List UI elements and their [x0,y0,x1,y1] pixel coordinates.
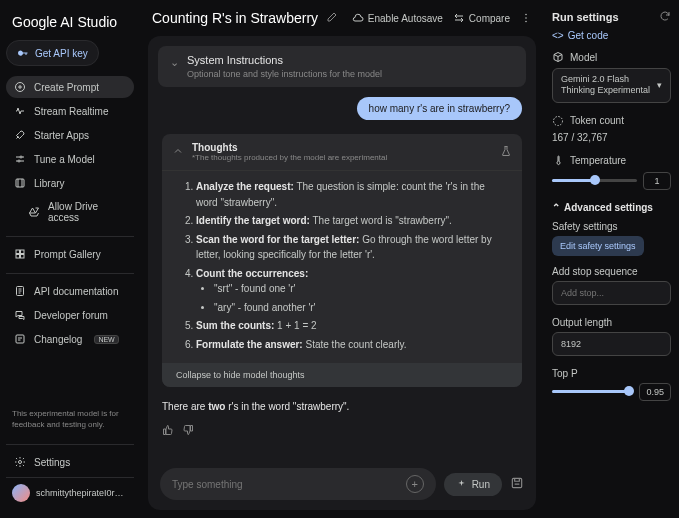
sidebar-item-starter-apps[interactable]: Starter Apps [6,124,134,146]
save-prompt-button[interactable] [510,476,524,492]
svg-point-15 [554,116,563,125]
model-select[interactable]: Gemini 2.0 Flash Thinking Experimental ▾ [552,68,671,103]
drive-icon [28,206,40,218]
sidebar-item-api-docs[interactable]: API documentation [6,280,134,302]
user-account-row[interactable]: schmittythepirateI0rdoft... [6,477,134,508]
svg-rect-5 [21,250,25,254]
get-api-key-button[interactable]: Get API key [6,40,99,66]
thought-item: Count the occurrences: "srt" - found one… [196,266,504,316]
thoughts-subtitle: *The thoughts produced by the model are … [192,153,492,162]
reset-settings-button[interactable] [659,10,671,24]
thought-item: Formulate the answer: State the count cl… [196,337,504,353]
doc-icon [14,285,26,297]
thoughts-box: Thoughts *The thoughts produced by the m… [162,134,522,387]
output-length-input[interactable] [552,332,671,356]
enable-autosave-button[interactable]: Enable Autosave [352,12,443,24]
page-title: Counting R's in Strawberry [152,10,318,26]
collapse-thoughts-link[interactable]: Collapse to hide model thoughts [162,363,522,387]
wave-icon [14,105,26,117]
run-settings-panel: Run settings <> Get code Model Gemini 2.… [544,0,679,518]
sidebar-item-prompt-gallery[interactable]: Prompt Gallery [6,243,134,265]
model-value: Gemini 2.0 Flash Thinking Experimental [561,74,657,97]
sidebar-item-stream-realtime[interactable]: Stream Realtime [6,100,134,122]
svg-rect-7 [21,255,25,259]
top-p-slider[interactable] [552,390,633,393]
gallery-icon [14,248,26,260]
forum-icon [14,309,26,321]
model-label: Model [570,52,597,63]
library-icon [14,177,26,189]
settings-title: Run settings [552,11,619,23]
model-response: There are two r's in the word "strawberr… [162,397,522,420]
nav-label: Changelog [34,334,82,345]
svg-rect-9 [16,335,24,343]
nav-label: Stream Realtime [34,106,108,117]
svg-rect-14 [512,478,521,487]
nav-label: Tune a Model [34,154,95,165]
stop-sequence-input[interactable] [552,281,671,305]
safety-settings-label: Safety settings [552,221,671,232]
system-instructions-title: System Instructions [187,54,514,66]
prompt-input[interactable] [172,479,398,490]
chat-panel: ⌄ System Instructions Optional tone and … [148,36,536,510]
chevron-down-icon[interactable]: ⌄ [170,56,179,69]
sidebar-item-drive-access[interactable]: Allow Drive access [6,196,134,228]
sidebar: Google AI Studio Get API key Create Prom… [0,0,140,518]
run-button[interactable]: Run [444,473,502,496]
username: schmittythepirateI0rdoft... [36,488,128,498]
svg-point-11 [525,14,527,16]
sidebar-item-library[interactable]: Library [6,172,134,194]
top-p-value[interactable]: 0.95 [639,383,671,401]
edit-safety-button[interactable]: Edit safety settings [552,236,644,256]
run-label: Run [472,479,490,490]
sidebar-item-tune-model[interactable]: Tune a Model [6,148,134,170]
thought-item: Identify the target word: The target wor… [196,213,504,229]
thumbs-up-icon [162,424,174,436]
code-icon: <> [552,30,564,41]
sidebar-item-dev-forum[interactable]: Developer forum [6,304,134,326]
sidebar-item-changelog[interactable]: Changelog NEW [6,328,134,350]
thumbs-down-button[interactable] [182,424,194,439]
thumbs-down-icon [182,424,194,436]
svg-point-1 [20,156,22,158]
prompt-input-container[interactable]: + [160,468,436,500]
chevron-up-icon [172,145,184,157]
temperature-value[interactable]: 1 [643,172,671,190]
svg-rect-6 [16,255,20,259]
svg-point-13 [525,21,527,23]
temperature-slider[interactable] [552,179,637,182]
nav-label: Settings [34,457,70,468]
refresh-icon [659,10,671,22]
sidebar-item-create-prompt[interactable]: Create Prompt [6,76,134,98]
pencil-icon [326,11,338,23]
stop-sequence-label: Add stop sequence [552,266,671,277]
output-length-label: Output length [552,317,671,328]
token-count-label: Token count [570,115,624,126]
sidebar-item-settings[interactable]: Settings [6,451,134,473]
thoughts-list: Analyze the request: The question is sim… [162,171,522,363]
compare-button[interactable]: Compare [453,12,510,24]
system-instructions-box[interactable]: ⌄ System Instructions Optional tone and … [158,46,526,87]
gear-icon [14,456,26,468]
divider [6,273,134,274]
feedback-row [162,420,522,439]
app-logo: Google AI Studio [6,10,134,40]
divider [6,236,134,237]
thumbs-up-button[interactable] [162,424,174,439]
messages-area: how many r's are in strawberry? Thoughts… [148,97,536,460]
sparkle-icon [456,479,467,490]
divider [6,444,134,445]
svg-rect-3 [16,179,24,187]
compare-label: Compare [469,13,510,24]
nav-label: Create Prompt [34,82,99,93]
thought-item: Scan the word for the target letter: Go … [196,232,504,263]
edit-title-button[interactable] [326,11,338,25]
collapse-thoughts-button[interactable] [172,145,184,159]
add-attachment-button[interactable]: + [406,475,424,493]
advanced-settings-toggle[interactable]: ⌃ Advanced settings [552,202,671,213]
token-icon [552,115,564,127]
thought-item: Analyze the request: The question is sim… [196,179,504,210]
svg-rect-4 [16,250,20,254]
more-menu-button[interactable] [520,12,532,24]
get-code-button[interactable]: <> Get code [552,30,671,41]
